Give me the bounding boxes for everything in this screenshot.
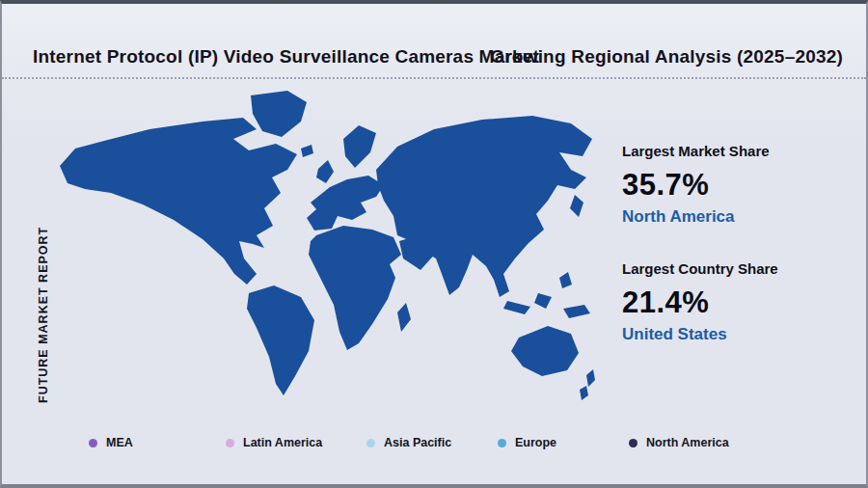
stat-label: Largest Country Share	[622, 260, 854, 277]
world-map-svg	[58, 89, 598, 413]
legend-item-north-america: North America	[629, 436, 729, 449]
legend-dot-icon	[498, 439, 506, 447]
legend-label: Latin America	[243, 436, 322, 449]
legend-item-mea: MEA	[89, 436, 133, 449]
dotted-divider	[2, 77, 866, 79]
legend-item-asia-pacific: Asia Pacific	[366, 436, 451, 449]
stat-label: Largest Market Share	[622, 143, 854, 159]
legend-label: MEA	[106, 436, 133, 449]
stat-largest-country-share: Largest Country Share 21.4% United State…	[622, 260, 854, 344]
legend-dot-icon	[89, 439, 97, 447]
page-title-right: Growing Regional Analysis (2025–2032)	[490, 46, 843, 68]
legend-dot-icon	[366, 439, 375, 447]
page-title-left: Internet Protocol (IP) Video Surveillanc…	[33, 46, 539, 68]
world-map-landmass	[60, 91, 595, 400]
stat-region: North America	[622, 207, 854, 227]
brand-watermark: FUTURE MARKET REPORT	[37, 227, 50, 403]
legend-item-europe: Europe	[498, 436, 556, 449]
legend-label: Europe	[515, 436, 556, 449]
infographic-frame: Internet Protocol (IP) Video Surveillanc…	[0, 0, 868, 488]
stat-value: 35.7%	[622, 168, 854, 203]
legend-item-latin-america: Latin America	[226, 436, 322, 449]
legend-label: North America	[646, 436, 729, 449]
stat-value: 21.4%	[622, 285, 854, 320]
stat-largest-market-share: Largest Market Share 35.7% North America	[622, 143, 854, 227]
legend-label: Asia Pacific	[384, 436, 451, 449]
legend-dot-icon	[629, 439, 637, 447]
legend-dot-icon	[226, 439, 234, 447]
world-map	[58, 89, 598, 413]
stat-region: United States	[622, 325, 854, 344]
